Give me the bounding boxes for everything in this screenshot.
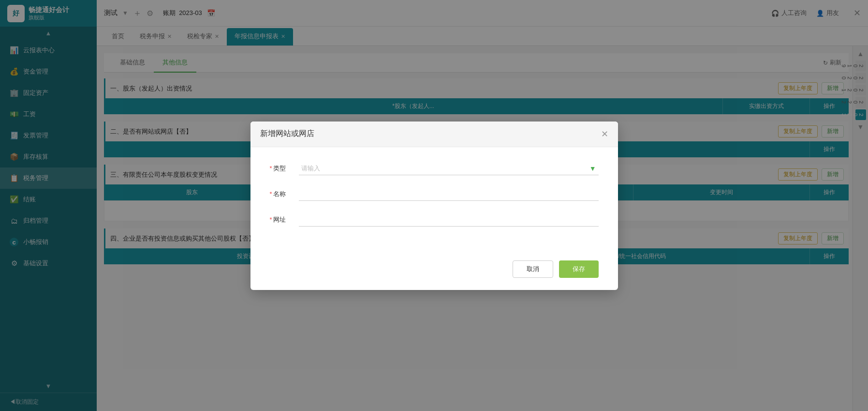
field-name-input[interactable]	[299, 187, 599, 201]
modal-footer: 取消 保存	[250, 253, 618, 290]
modal-body: * 类型 ▼ * 名称 *	[250, 147, 618, 253]
field-url-input[interactable]	[299, 213, 599, 227]
cancel-button[interactable]: 取消	[513, 260, 553, 278]
modal-title: 新增网站或网店	[260, 129, 314, 139]
modal-overlay: 新增网站或网店 ✕ * 类型 ▼ * 名称	[0, 0, 868, 411]
type-dropdown-arrow[interactable]: ▼	[589, 165, 596, 172]
field-name-label: * 名称	[270, 190, 299, 198]
field-type-label: * 类型	[270, 164, 299, 173]
form-field-name: * 名称	[270, 187, 599, 201]
field-type-input[interactable]	[299, 162, 599, 175]
field-url-label: * 网址	[270, 215, 299, 224]
form-field-type: * 类型 ▼	[270, 162, 599, 175]
modal-close-button[interactable]: ✕	[601, 129, 608, 139]
modal-add-website: 新增网站或网店 ✕ * 类型 ▼ * 名称	[250, 122, 618, 290]
save-button[interactable]: 保存	[559, 260, 599, 278]
form-field-url: * 网址	[270, 213, 599, 227]
modal-header: 新增网站或网店 ✕	[250, 122, 618, 147]
